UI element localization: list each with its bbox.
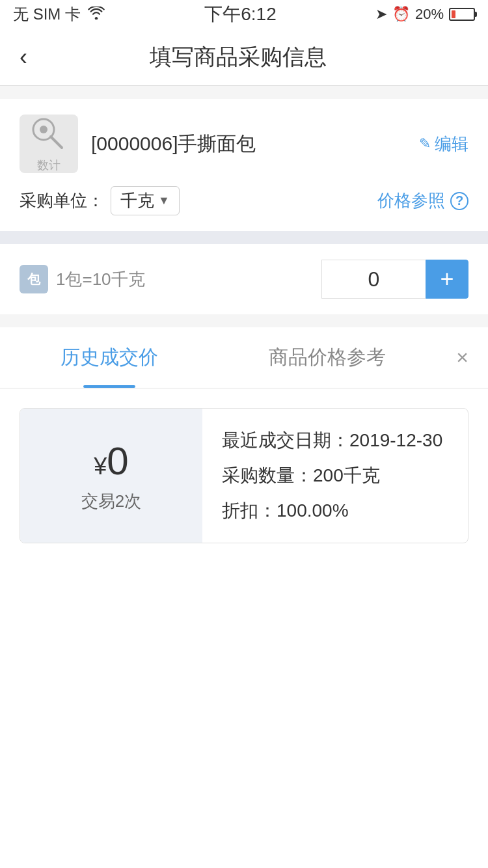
unit-select[interactable]: 千克 ▼ [111,186,180,215]
price-ref-label: 价格参照 [377,189,445,212]
back-button[interactable]: ‹ [20,44,27,71]
alarm-icon: ⏰ [392,6,410,23]
currency-symbol: ¥ [94,453,107,480]
edit-label: 编辑 [435,133,468,156]
quantity-input[interactable] [321,260,426,299]
svg-point-1 [40,126,47,133]
product-name: [0000006]手撕面包 [91,131,256,157]
price-display: ¥0 [94,439,128,483]
bottom-spacer [0,563,488,868]
svg-line-2 [51,137,62,148]
purchase-quantity: 采购数量：200千克 [222,463,448,488]
status-time: 下午6:12 [204,2,277,27]
recent-date: 最近成交日期：2019-12-30 [222,428,448,453]
discount-info: 折扣：100.00% [222,498,448,523]
quantity-plus-button[interactable]: + [426,260,468,299]
product-logo-icon: 数计 [29,115,68,173]
unit-description: 1包=10千克 [56,268,145,291]
history-section: 历史成交价 商品价格参考 × ¥0 交易2次 最近成交日期：2019-12-30… [0,327,488,563]
product-section: 数计 [0000006]手撕面包 ✎ 编辑 采购单位： 千克 ▼ 价格参照 ? [0,99,488,231]
carrier-text: 无 SIM 卡 [13,4,81,25]
close-icon: × [456,346,468,369]
product-header: 数计 [0000006]手撕面包 ✎ 编辑 [20,115,468,173]
edit-icon: ✎ [419,135,431,152]
battery-percent: 20% [415,6,444,23]
tab-history-price[interactable]: 历史成交价 [0,327,219,388]
product-image: 数计 [20,115,78,173]
product-info: 数计 [0000006]手撕面包 [20,115,419,173]
battery-icon [449,8,475,21]
section-divider [0,231,488,244]
wifi-icon [87,5,105,23]
quantity-section: 包 1包=10千克 + [0,244,488,314]
chevron-down-icon: ▼ [158,194,170,208]
tab-close-button[interactable]: × [437,332,488,383]
price-right: 最近成交日期：2019-12-30 采购数量：200千克 折扣：100.00% [202,409,468,543]
quantity-input-wrapper: + [321,260,468,299]
price-left: ¥0 交易2次 [20,409,202,543]
nav-bar: ‹ 填写商品采购信息 [0,29,488,86]
price-reference-button[interactable]: 价格参照 ? [377,189,468,212]
product-unit-row: 采购单位： 千克 ▼ 价格参照 ? [20,186,468,215]
unit-icon-badge: 包 [20,265,48,293]
gps-icon: ➤ [375,6,387,23]
price-amount: 0 [107,439,128,483]
price-card: ¥0 交易2次 最近成交日期：2019-12-30 采购数量：200千克 折扣：… [20,408,468,543]
tab-product-price-ref[interactable]: 商品价格参考 [219,327,437,388]
status-left: 无 SIM 卡 [13,4,105,25]
history-tabs: 历史成交价 商品价格参考 × [0,327,488,388]
status-bar: 无 SIM 卡 下午6:12 ➤ ⏰ 20% [0,0,488,29]
page-title: 填写商品采购信息 [40,42,436,72]
status-right: ➤ ⏰ 20% [375,6,475,23]
edit-button[interactable]: ✎ 编辑 [419,133,468,156]
unit-info: 包 1包=10千克 [20,265,145,293]
unit-value: 千克 [120,189,154,212]
info-icon: ? [450,192,468,210]
unit-label: 采购单位： 千克 ▼ [20,186,180,215]
trade-count: 交易2次 [81,490,141,513]
price-card-container: ¥0 交易2次 最近成交日期：2019-12-30 采购数量：200千克 折扣：… [0,388,488,563]
